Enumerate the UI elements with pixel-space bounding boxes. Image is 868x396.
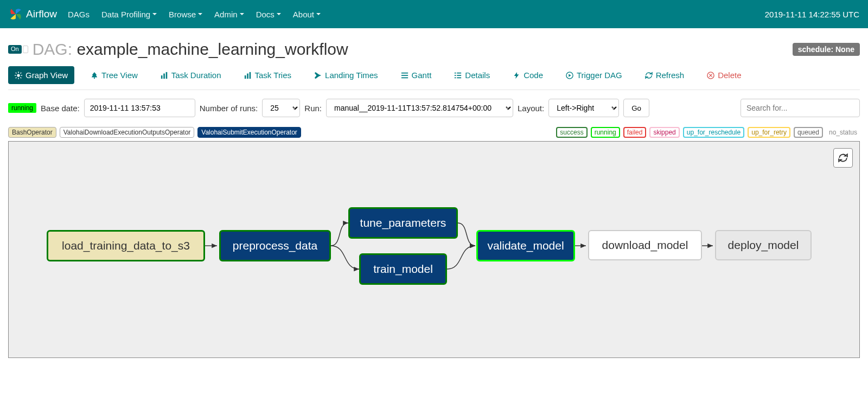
legend-running[interactable]: running <box>591 127 620 138</box>
nav-data-profiling[interactable]: Data Profiling <box>101 10 157 19</box>
legend-download-operator[interactable]: ValohaiDownloadExecutionOutputsOperator <box>60 127 195 138</box>
legend-bash-operator[interactable]: BashOperator <box>8 127 56 138</box>
sun-icon <box>15 72 22 79</box>
play-circle-icon <box>566 72 573 79</box>
task-node-load[interactable]: load_training_data_to_s3 <box>47 230 205 261</box>
tab-row: Graph View Tree View Task Duration Task … <box>8 66 860 90</box>
legend-queued[interactable]: queued <box>794 127 823 138</box>
legend-row: BashOperator ValohaiDownloadExecutionOut… <box>8 127 860 138</box>
tab-task-tries[interactable]: Task Tries <box>238 66 298 84</box>
base-date-label: Base date: <box>41 104 80 113</box>
task-node-preprocess[interactable]: preprocess_data <box>219 230 331 261</box>
list-icon <box>454 72 462 79</box>
nav-dags[interactable]: DAGs <box>68 10 90 19</box>
dag-prefix: DAG: <box>33 40 72 58</box>
task-node-download[interactable]: download_model <box>588 230 702 260</box>
page-title: DAG: example_machine_learning_workflow <box>33 40 348 59</box>
nav-docs[interactable]: Docs <box>256 10 281 19</box>
legend-no-status[interactable]: no_status <box>826 128 860 137</box>
svg-rect-18 <box>401 77 407 78</box>
chevron-down-icon <box>277 13 281 15</box>
run-label: Run: <box>304 104 322 113</box>
chevron-down-icon <box>240 13 244 15</box>
legend-skipped[interactable]: skipped <box>649 127 679 138</box>
refresh-icon <box>645 72 653 79</box>
nruns-select[interactable]: 25 <box>262 99 300 117</box>
nav-about[interactable]: About <box>293 10 321 19</box>
toggle-knob[interactable] <box>23 46 28 53</box>
svg-rect-21 <box>455 75 456 76</box>
svg-rect-20 <box>457 72 462 73</box>
svg-line-6 <box>21 77 22 78</box>
svg-rect-16 <box>401 72 407 73</box>
run-select[interactable]: manual__2019-11-11T13:57:52.814754+00:00 <box>326 99 513 117</box>
legend-failed[interactable]: failed <box>623 127 647 138</box>
nruns-label: Number of runs: <box>200 104 258 113</box>
pinwheel-icon <box>9 7 23 21</box>
svg-rect-14 <box>247 73 248 79</box>
chevron-down-icon <box>152 13 157 15</box>
tab-trigger-dag[interactable]: Trigger DAG <box>559 66 629 84</box>
tab-landing-times[interactable]: Landing Times <box>308 66 385 84</box>
graph-canvas[interactable]: load_training_data_to_s3 preprocess_data… <box>8 141 860 358</box>
legend-success[interactable]: success <box>556 127 587 138</box>
delete-icon <box>707 72 714 79</box>
svg-rect-11 <box>163 73 165 79</box>
chevron-down-icon <box>198 13 202 15</box>
legend-up-for-retry[interactable]: up_for_retry <box>748 127 790 138</box>
running-badge: running <box>8 103 36 113</box>
nav-admin[interactable]: Admin <box>214 10 244 19</box>
go-button[interactable]: Go <box>623 99 649 117</box>
svg-line-8 <box>16 77 17 78</box>
tab-details[interactable]: Details <box>448 66 496 84</box>
svg-rect-22 <box>457 75 462 76</box>
svg-line-7 <box>21 72 22 73</box>
layout-label: Layout: <box>518 104 544 113</box>
filter-row: running Base date: Number of runs: 25 Ru… <box>8 99 860 117</box>
svg-rect-10 <box>161 75 163 79</box>
task-node-deploy[interactable]: deploy_model <box>715 230 812 260</box>
bar-chart-icon <box>161 72 168 79</box>
tab-gantt[interactable]: Gantt <box>394 66 438 84</box>
base-date-input[interactable] <box>84 99 195 117</box>
bar-chart-icon <box>244 72 252 79</box>
brand-text: Airflow <box>26 8 57 20</box>
svg-rect-19 <box>455 72 456 73</box>
tab-code[interactable]: Code <box>506 66 550 84</box>
svg-rect-24 <box>457 77 462 78</box>
tab-task-duration[interactable]: Task Duration <box>154 66 228 84</box>
legend-submit-operator[interactable]: ValohaiSubmitExecutionOperator <box>197 127 301 138</box>
task-node-validate[interactable]: validate_model <box>476 230 575 261</box>
schedule-badge: schedule: None <box>793 43 860 56</box>
plane-icon <box>314 72 322 79</box>
svg-rect-9 <box>94 77 95 79</box>
brand[interactable]: Airflow <box>9 7 57 21</box>
chevron-down-icon <box>316 13 321 15</box>
task-node-tune[interactable]: tune_parameters <box>348 207 458 239</box>
refresh-icon <box>838 153 848 163</box>
navbar: Airflow DAGs Data Profiling Browse Admin… <box>0 0 868 28</box>
tree-icon <box>91 72 98 79</box>
bolt-icon <box>513 72 520 79</box>
nav-browse[interactable]: Browse <box>169 10 202 19</box>
legend-up-for-reschedule[interactable]: up_for_reschedule <box>683 127 744 138</box>
svg-rect-12 <box>165 72 167 78</box>
tab-graph-view[interactable]: Graph View <box>8 66 74 84</box>
tab-refresh[interactable]: Refresh <box>639 66 691 84</box>
tab-tree-view[interactable]: Tree View <box>84 66 144 84</box>
list-icon <box>401 72 409 79</box>
title-row: On DAG: example_machine_learning_workflo… <box>8 40 860 59</box>
dag-on-toggle[interactable]: On <box>8 45 22 54</box>
svg-rect-23 <box>455 77 456 78</box>
svg-rect-17 <box>401 75 407 76</box>
svg-rect-15 <box>249 72 251 78</box>
svg-rect-13 <box>244 75 246 79</box>
svg-line-5 <box>16 72 17 73</box>
svg-point-0 <box>17 74 20 76</box>
graph-refresh-button[interactable] <box>833 148 853 168</box>
search-input[interactable] <box>741 99 860 117</box>
tab-delete[interactable]: Delete <box>700 66 748 84</box>
task-node-train[interactable]: train_model <box>359 253 447 285</box>
clock: 2019-11-11 14:22:55 UTC <box>765 10 859 19</box>
layout-select[interactable]: Left->Right <box>548 99 619 117</box>
